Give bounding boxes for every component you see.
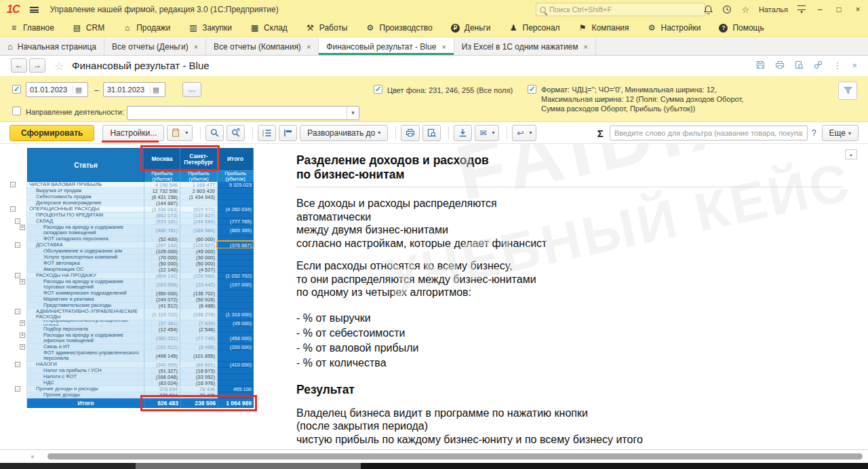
article-cell[interactable]: ОПЕРАЦИОННЫЕ РАСХОДЫ <box>27 206 144 212</box>
table-row[interactable]: -АДМИНИСТРАТИВНО-УПРАВЛЕНЧЕСКИЕ РАСХОДЫ(… <box>9 309 254 320</box>
calendar-icon[interactable]: ▦ <box>150 86 161 94</box>
total-value-cell[interactable]: (665 365) <box>218 225 254 236</box>
table-row[interactable]: +Связь и ИТ(191 512)(8 488)(200 000) <box>9 344 254 350</box>
total-value-cell[interactable] <box>218 255 254 261</box>
article-cell[interactable]: НАЛОГИ <box>27 362 144 368</box>
table-row[interactable]: НДС(83 024)(16 976) <box>9 380 254 386</box>
article-cell[interactable]: Обслуживание и содержание а/м <box>27 248 144 255</box>
column-header-total[interactable]: Итого <box>218 148 254 170</box>
close-report-icon[interactable]: × <box>852 61 857 70</box>
collapse-icon[interactable]: - <box>10 182 16 187</box>
favorites-star-icon[interactable]: ☆ <box>741 5 749 14</box>
table-row[interactable]: ФОТ автопарка(50 000)(50 000) <box>9 261 254 267</box>
table-row[interactable]: Себестоимость продаж(8 431 156)(1 434 94… <box>9 194 254 200</box>
table-row[interactable]: ПРОЦЕНТЫ ПО КРЕДИТАМ(662 173)(137 827) <box>9 212 254 219</box>
period-from-input[interactable] <box>26 86 73 94</box>
close-tab-icon[interactable]: × <box>307 43 311 51</box>
spb-value-cell[interactable]: (2 546) <box>180 326 218 333</box>
table-row[interactable]: Прочие доходы376 69478 406 <box>9 392 254 398</box>
save-icon[interactable] <box>756 60 765 71</box>
spb-value-cell[interactable]: (8 488) <box>180 344 218 350</box>
moscow-value-cell[interactable]: (498 145) <box>144 350 180 362</box>
menu-item-production[interactable]: ⚙Производство <box>366 23 433 33</box>
article-cell[interactable]: НДС <box>27 380 144 386</box>
table-row[interactable]: ФОТ административно-управленческого перс… <box>9 350 254 362</box>
help-question-icon[interactable]: ? <box>812 128 816 138</box>
print-button[interactable] <box>401 125 420 141</box>
filter-funnel-button[interactable] <box>838 81 857 100</box>
current-user[interactable]: Наталья <box>759 5 788 14</box>
expand-icon[interactable]: + <box>20 320 25 326</box>
expand-to-button[interactable]: Разворачивать до ▾ <box>300 125 388 141</box>
close-window-button[interactable]: × <box>853 5 863 14</box>
expand-icon[interactable]: + <box>20 344 25 350</box>
table-row[interactable]: -НАЛОГИ(340 399)(69 601)(410 000) <box>9 362 254 368</box>
total-value-cell[interactable] <box>218 188 254 194</box>
article-cell[interactable]: СКЛАД <box>27 219 144 225</box>
total-value-cell[interactable] <box>218 392 254 398</box>
history-icon[interactable] <box>722 5 732 14</box>
article-cell[interactable]: РАСХОДЫ НА ПРОДАЖУ <box>27 273 144 279</box>
table-row[interactable]: ФОТ коммерческих подразделений(350 000)(… <box>9 290 254 297</box>
article-cell[interactable]: Расходы на аренду и содержание складских… <box>27 225 144 236</box>
find-button[interactable] <box>205 125 224 141</box>
table-row[interactable]: -СКЛАД(533 181)(244 584)(777 765) <box>9 219 254 225</box>
total-value-cell[interactable]: (410 000) <box>218 362 254 368</box>
table-row[interactable]: -Прочие доходы и расходы376 69478 406455… <box>9 386 254 392</box>
article-cell[interactable]: ПРОЦЕНТЫ ПО КРЕДИТАМ <box>27 212 144 219</box>
column-header-spb[interactable]: Санкт-Петербург <box>180 148 218 170</box>
global-search-input[interactable] <box>549 5 705 14</box>
tab-0[interactable]: ⌂Начальная страница <box>0 38 104 55</box>
moscow-value-cell[interactable]: (533 181) <box>144 219 180 225</box>
forward-button[interactable]: → <box>29 58 45 73</box>
menu-item-purchases[interactable]: ▥Закупки <box>189 23 232 33</box>
table-row[interactable]: Обслуживание и содержание а/м(105 000)(4… <box>9 248 254 255</box>
table-row[interactable]: +Информационно-консультационные услуги(3… <box>9 320 254 326</box>
table-row[interactable]: Амортизация ОС(22 140)(4 527) <box>9 267 254 273</box>
table-row[interactable]: Выручка от продаж12 732 5902 603 420 <box>9 188 254 194</box>
collapse-icon[interactable]: - <box>15 273 20 278</box>
table-row[interactable]: Налоги с ФОТ(166 048)(33 952) <box>9 374 254 380</box>
link-icon[interactable] <box>814 60 823 71</box>
collapse-icon[interactable]: - <box>15 362 20 367</box>
total-value-cell[interactable] <box>218 374 254 380</box>
table-row[interactable]: -ЧИСТАЯ ВАЛОВАЯ ПРИБЫЛЬ4 156 5461 168 47… <box>9 182 254 188</box>
article-cell[interactable]: Дилерское вознаграждение <box>27 200 144 206</box>
spb-value-cell[interactable]: (184 584) <box>180 225 218 236</box>
period-to-field[interactable]: ▦ <box>103 82 165 97</box>
table-row[interactable]: +Расходы на аренду и содержание торговых… <box>9 279 254 290</box>
sum-sigma-icon[interactable]: Σ <box>597 128 604 139</box>
collapse-levels-button[interactable] <box>258 125 276 141</box>
article-cell[interactable]: Себестоимость продаж <box>27 194 144 200</box>
total-spb-cell[interactable]: 238 506 <box>180 398 218 408</box>
spb-value-cell[interactable]: (1 434 943) <box>180 194 218 200</box>
table-row[interactable]: +Расходы на аренду и содержание офисных … <box>9 333 254 344</box>
total-value-cell[interactable]: (200 000) <box>218 344 254 350</box>
article-cell[interactable]: ЧИСТАЯ ВАЛОВАЯ ПРИБЫЛЬ <box>27 182 144 188</box>
vertical-scroll-up-button[interactable]: ▴ <box>845 149 857 160</box>
total-value-cell[interactable]: (458 000) <box>218 333 254 344</box>
menu-item-sales[interactable]: ⌂Продажи <box>123 23 170 33</box>
moscow-value-cell[interactable]: (804 142) <box>144 273 180 279</box>
find-next-button[interactable] <box>226 125 245 141</box>
period-checkbox[interactable]: ✓ <box>12 85 21 94</box>
moscow-value-cell[interactable]: (191 512) <box>144 344 180 350</box>
period-from-field[interactable]: ▦ <box>26 82 88 97</box>
global-search[interactable] <box>536 3 705 16</box>
more-button[interactable]: Еще ▾ <box>822 125 859 141</box>
generate-button[interactable]: Сформировать <box>9 125 94 141</box>
total-value-cell[interactable]: (4 260 034) <box>218 206 254 212</box>
service-menu-icon[interactable]: ▾ <box>797 5 806 14</box>
table-row[interactable]: -РАСХОДЫ НА ПРОДАЖУ(804 142)(228 560)(1 … <box>9 273 254 279</box>
article-cell[interactable]: Выручка от продаж <box>27 188 144 194</box>
spb-value-cell[interactable]: (244 584) <box>180 219 218 225</box>
article-cell[interactable]: ФОТ административно-управленческого перс… <box>27 350 144 362</box>
save-file-button[interactable] <box>454 125 472 141</box>
tab-4[interactable]: Из Excel в 1С одним нажатием× <box>454 38 596 55</box>
menu-item-help[interactable]: ?Помощь <box>719 23 764 33</box>
table-row[interactable]: Дилерское вознаграждение(144 887) <box>9 200 254 206</box>
moscow-value-cell[interactable]: (12 454) <box>144 326 180 333</box>
article-cell[interactable]: Информационно-консультационные услуги <box>27 320 144 326</box>
table-row[interactable]: Представительские расходы(41 512)(8 488) <box>9 303 254 309</box>
expand-icon[interactable]: + <box>20 333 25 338</box>
